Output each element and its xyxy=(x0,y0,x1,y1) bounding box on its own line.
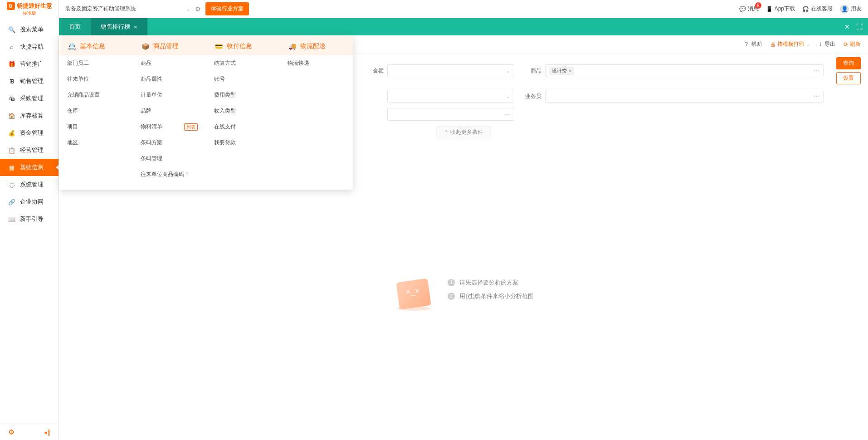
sidebar-item-6[interactable]: 💰资金管理 xyxy=(0,124,59,142)
export-icon: ⤓ xyxy=(818,41,823,48)
mega-item-0-5[interactable]: 地区 xyxy=(59,135,132,151)
mega-item-1-0[interactable]: 商品 xyxy=(132,55,206,71)
sidebar-item-5[interactable]: 🏠库存核算 xyxy=(0,107,59,124)
layers-icon: ▤ xyxy=(8,164,15,171)
mega-header-icon: 📇 xyxy=(67,42,76,51)
help-icon: ? xyxy=(185,171,188,177)
mega-item-2-0[interactable]: 结算方式 xyxy=(206,55,279,71)
tab-home[interactable]: 首页 xyxy=(59,18,91,35)
print-button[interactable]: 🖨 按模板打印 ⌄ xyxy=(770,40,810,48)
logo-text: 畅捷通好生意 xyxy=(17,2,52,10)
mega-col-2: 💳收付信息结算方式账号费用类型收入类型在线支付我要贷款 xyxy=(206,35,279,190)
mega-item-1-5[interactable]: 条码方案 xyxy=(132,135,206,151)
mega-item-1-3[interactable]: 品牌 xyxy=(132,103,206,119)
sidebar-item-3[interactable]: ⛨销售管理 xyxy=(0,73,59,90)
close-icon[interactable]: × xyxy=(134,24,137,30)
empty-step-1: 1 请先选择要分析的方案 xyxy=(448,279,533,287)
mega-menu: 📇基本信息部门员工往来单位允销商品设置仓库项目地区📦商品管理商品商品属性计量单位… xyxy=(59,35,353,190)
mega-item-0-4[interactable]: 项目 xyxy=(59,119,132,135)
mega-item-1-4[interactable]: 物料清单列表 xyxy=(132,119,206,135)
messages-button[interactable]: 💬 消息 6 xyxy=(739,5,759,13)
refresh-icon: ⟳ xyxy=(844,41,848,48)
home-icon: ⌂ xyxy=(8,43,15,50)
sidebar-item-11[interactable]: 📖新手引导 xyxy=(0,210,59,228)
sidebar-item-10[interactable]: 🔗企业协同 xyxy=(0,193,59,210)
mega-item-2-3[interactable]: 收入类型 xyxy=(206,103,279,119)
avatar-icon: 👤 xyxy=(840,5,849,14)
sidebar-item-9[interactable]: ◌系统管理 xyxy=(0,176,59,193)
empty-illustration: ×_× xyxy=(393,269,434,310)
mega-item-1-6[interactable]: 条码管理 xyxy=(132,151,206,166)
more-icon[interactable]: ⋯ xyxy=(814,68,819,74)
chevron-up-icon: ⌃ xyxy=(444,129,449,136)
mega-item-3-0[interactable]: 物流快递 xyxy=(279,55,353,71)
message-badge: 6 xyxy=(755,2,761,9)
plan-button[interactable]: 体验行业方案 xyxy=(205,2,249,15)
sidebar-item-0[interactable]: 🔍搜索菜单 xyxy=(0,21,59,38)
mega-item-0-3[interactable]: 仓库 xyxy=(59,103,132,119)
system-selector[interactable]: 装备及固定资产辅助管理系统 ⌄ xyxy=(65,5,190,13)
sidebar-item-8[interactable]: ▤基础信息 xyxy=(0,159,59,176)
product-tag: 设计费 × xyxy=(549,67,574,75)
mega-item-2-1[interactable]: 账号 xyxy=(206,71,279,87)
chevron-down-icon: ⌄ xyxy=(506,68,510,74)
close-all-tabs-icon[interactable]: ✕ xyxy=(844,23,850,30)
mega-header: 🚚物流配送 xyxy=(279,35,353,55)
fullscreen-icon[interactable]: ⛶ xyxy=(856,23,863,30)
system-settings-icon[interactable]: ⚙ xyxy=(195,5,201,13)
more-icon[interactable]: ⋯ xyxy=(814,93,819,99)
sidebar-item-7[interactable]: 📋经营管理 xyxy=(0,142,59,159)
support-button[interactable]: 🎧 在线客服 xyxy=(802,5,833,13)
help-button[interactable]: ？ 帮助 xyxy=(744,40,762,48)
nav-list: 🔍搜索菜单⌂快捷导航🎁营销推广⛨销售管理🛍采购管理🏠库存核算💰资金管理📋经营管理… xyxy=(0,18,59,424)
logo-icon: b xyxy=(7,2,15,10)
mega-item-2-2[interactable]: 费用类型 xyxy=(206,87,279,103)
mega-item-2-4[interactable]: 在线支付 xyxy=(206,119,279,135)
mega-item-0-0[interactable]: 部门员工 xyxy=(59,55,132,71)
headset-icon: 🎧 xyxy=(802,6,809,12)
amount-label: 金额 xyxy=(366,67,384,75)
export-button[interactable]: ⤓ 导出 xyxy=(818,40,835,48)
product-select[interactable]: 设计费 × ⋯ xyxy=(545,64,824,77)
mega-item-0-1[interactable]: 往来单位 xyxy=(59,71,132,87)
salesperson-select[interactable]: ⋯ xyxy=(545,90,824,103)
mega-header-icon: 🚚 xyxy=(288,42,297,51)
mega-item-1-1[interactable]: 商品属性 xyxy=(132,71,206,87)
sidebar-item-1[interactable]: ⌂快捷导航 xyxy=(0,38,59,55)
amount-select[interactable]: ⌄ xyxy=(387,64,514,77)
sidebar-item-2[interactable]: 🎁营销推广 xyxy=(0,55,59,73)
filter-select-2[interactable]: ⌄ xyxy=(387,90,514,103)
refresh-button[interactable]: ⟳ 刷新 xyxy=(844,40,861,48)
mega-header-icon: 📦 xyxy=(141,42,150,51)
settings-button[interactable]: 设置 xyxy=(836,72,861,84)
message-icon: 💬 xyxy=(739,6,746,12)
gift-icon: 🎁 xyxy=(8,60,15,68)
empty-step-2: 2 用[过滤]条件来缩小分析范围 xyxy=(448,292,533,300)
clipboard-icon: 📋 xyxy=(8,147,15,154)
tab-sales-ranking[interactable]: 销售排行榜 × xyxy=(91,18,147,35)
remove-tag-icon[interactable]: × xyxy=(569,68,571,73)
mega-item-1-7[interactable]: 往来单位商品编码 ? xyxy=(132,166,206,182)
print-icon: 🖨 xyxy=(770,41,775,48)
system-name: 装备及固定资产辅助管理系统 xyxy=(65,5,136,13)
sidebar-footer: ⚙ ◂∥ xyxy=(0,424,59,440)
book-icon: 📖 xyxy=(8,215,15,223)
more-icon[interactable]: ⋯ xyxy=(504,111,510,117)
settings-icon[interactable]: ⚙ xyxy=(8,428,15,436)
filter-select-3[interactable]: ⋯ xyxy=(387,108,514,121)
user-menu[interactable]: 👤 用友 xyxy=(840,5,862,14)
collapse-conditions-button[interactable]: ⌃ 收起更多条件 xyxy=(436,126,491,138)
chevron-down-icon: ⌄ xyxy=(806,42,810,47)
chevron-down-icon: ⌄ xyxy=(506,93,510,99)
logo[interactable]: b 畅捷通好生意 标准版 xyxy=(0,0,59,18)
mega-item-0-2[interactable]: 允销商品设置 xyxy=(59,87,132,103)
shield-icon: ⛨ xyxy=(8,78,15,85)
mega-header: 📦商品管理 xyxy=(132,35,206,55)
collapse-sidebar-icon[interactable]: ◂∥ xyxy=(44,429,50,436)
mega-item-2-5[interactable]: 我要贷款 xyxy=(206,135,279,151)
download-button[interactable]: 📱 App下载 xyxy=(766,5,795,13)
search-icon: 🔍 xyxy=(8,26,15,33)
sidebar-item-4[interactable]: 🛍采购管理 xyxy=(0,90,59,107)
query-button[interactable]: 查询 xyxy=(836,57,861,69)
mega-item-1-2[interactable]: 计量单位 xyxy=(132,87,206,103)
